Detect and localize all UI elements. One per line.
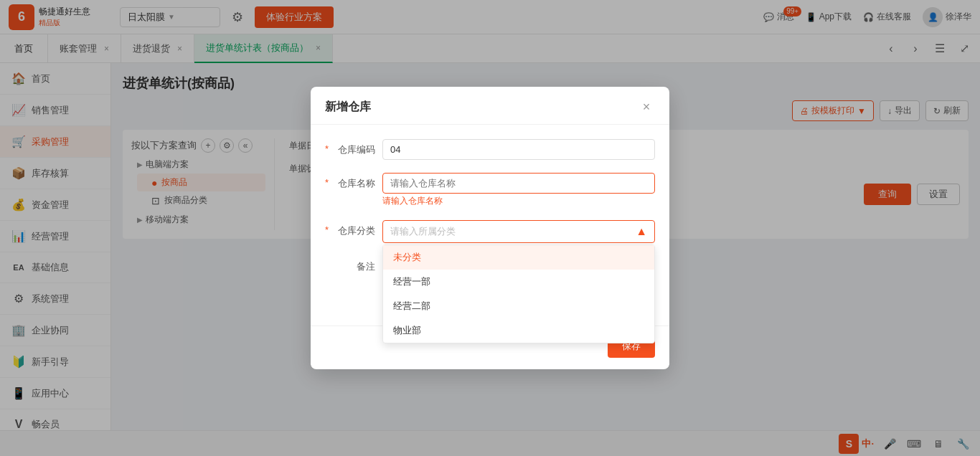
name-error-msg: 请输入仓库名称 <box>382 195 655 207</box>
dropdown-item-ops2[interactable]: 经营二部 <box>383 294 654 318</box>
dialog-new-warehouse: 新增仓库 × * 仓库编码 * 仓库名称 <box>311 87 669 369</box>
code-label: * 仓库编码 <box>325 139 382 156</box>
category-up-arrow: ▲ <box>636 225 647 238</box>
category-select[interactable]: 请输入所属分类 ▲ <box>382 220 655 243</box>
form-row-code: * 仓库编码 <box>325 139 655 160</box>
dialog-title: 新增仓库 <box>325 100 371 115</box>
warehouse-code-input[interactable] <box>382 139 655 160</box>
code-control <box>382 139 655 160</box>
dialog-body: * 仓库编码 * 仓库名称 请输入仓库名称 <box>311 125 669 326</box>
dropdown-item-ops1[interactable]: 经营一部 <box>383 270 654 294</box>
dropdown-item-property[interactable]: 物业部 <box>383 318 654 343</box>
name-label: * 仓库名称 <box>325 173 382 190</box>
category-dropdown: 未分类 经营一部 经营二部 物业部 <box>382 244 655 343</box>
dialog-close-button[interactable]: × <box>638 98 655 115</box>
name-control: 请输入仓库名称 <box>382 173 655 207</box>
category-control: 请输入所属分类 ▲ 未分类 经营一部 经营二部 物业部 <box>382 220 655 243</box>
form-row-name: * 仓库名称 请输入仓库名称 <box>325 173 655 207</box>
dropdown-item-uncategorized[interactable]: 未分类 <box>383 245 654 270</box>
category-label: * 仓库分类 <box>325 220 382 237</box>
warehouse-name-input[interactable] <box>382 173 655 194</box>
modal-overlay[interactable]: 新增仓库 × * 仓库编码 * 仓库名称 <box>0 0 980 456</box>
form-row-category: * 仓库分类 请输入所属分类 ▲ 未分类 经营一部 经营二部 物业部 <box>325 220 655 243</box>
remark-label: 备注 <box>325 256 382 273</box>
dialog-header: 新增仓库 × <box>311 87 669 125</box>
